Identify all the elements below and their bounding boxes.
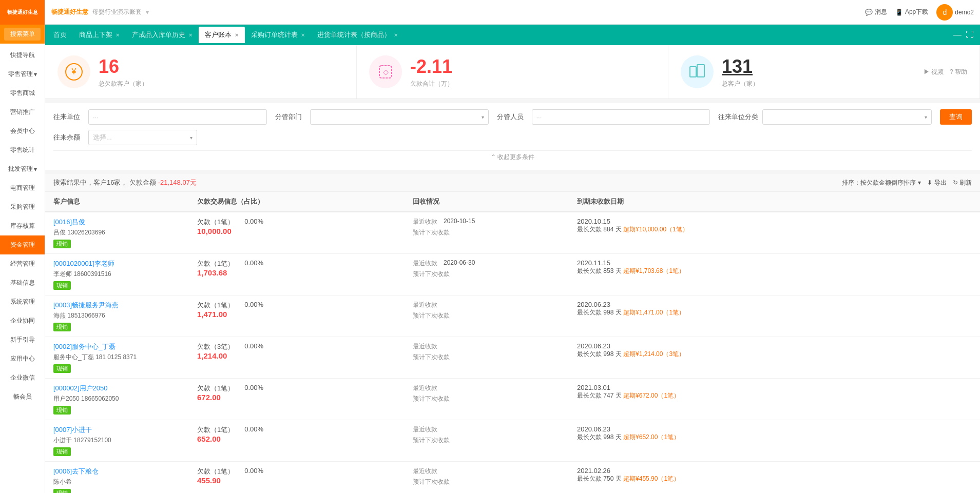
overdue-amount[interactable]: 超期¥10,000.00（1笔）	[623, 226, 688, 233]
sidebar-item-member[interactable]: 会员中心	[0, 122, 45, 141]
filter-person-label: 分管人员	[497, 112, 528, 122]
tab-home[interactable]: 首页	[47, 27, 73, 43]
customer-phone: 用户2050 18665062050	[53, 395, 197, 403]
tabs-collapse-btn[interactable]: —	[953, 30, 962, 40]
overdue-days: 最长欠款 998 天	[577, 309, 622, 316]
sidebar-item-marketing[interactable]: 营销推广	[0, 103, 45, 122]
tab-close-icon[interactable]: ✕	[301, 32, 305, 38]
filter-source-unit: 往来单位 ···	[53, 109, 267, 125]
filter-unit-category-select[interactable]: ▾	[762, 109, 932, 125]
refresh-icon: ↻	[953, 179, 958, 186]
debt-total-value: -2.11	[410, 56, 453, 77]
filter-source-unit-input[interactable]: ···	[88, 109, 267, 125]
tab-close-icon[interactable]: ✕	[188, 32, 193, 38]
debt-amount[interactable]: 10,000.00	[197, 227, 234, 235]
customer-name-link[interactable]: [0016]吕俊	[53, 218, 197, 227]
overdue-amount[interactable]: 超期¥652.00（1笔）	[623, 433, 680, 441]
sidebar-item-retail-mgmt[interactable]: 零售管理 ▾	[0, 65, 45, 84]
customer-tag: 现销	[53, 281, 71, 290]
customer-name-link[interactable]: [000002]用户2050	[53, 384, 197, 393]
overdue-days: 最长欠款 884 天	[577, 226, 622, 233]
debt-customers-icon: ¥	[57, 55, 90, 88]
tab-stock-history[interactable]: 产成品入库单历史 ✕	[126, 27, 199, 43]
customer-name-link[interactable]: [0002]服务中心_丁磊	[53, 342, 197, 351]
filter-balance-select[interactable]: 选择... ▾	[88, 130, 197, 145]
debt-amount[interactable]: 1,214.00	[197, 351, 234, 360]
sidebar-item-finance[interactable]: 资金管理	[0, 235, 45, 254]
sidebar-item-system[interactable]: 系统管理	[0, 292, 45, 311]
customer-name-link[interactable]: [0003]畅捷服务尹海燕	[53, 301, 197, 310]
message-btn[interactable]: 💬 消息	[865, 8, 887, 16]
sidebar-item-retail-stat[interactable]: 零售统计	[0, 141, 45, 160]
chevron-down-icon[interactable]: ▾	[146, 9, 149, 16]
sidebar-item-inventory[interactable]: 库存核算	[0, 216, 45, 235]
filter-dept-select[interactable]: ▾	[310, 109, 489, 125]
sidebar-item-collab[interactable]: 企业协同	[0, 311, 45, 330]
sidebar-item-operations[interactable]: 经营管理	[0, 254, 45, 273]
debt-amount[interactable]: 652.00	[197, 435, 234, 443]
tab-purchase-stat[interactable]: 采购订单统计表 ✕	[245, 27, 311, 43]
tab-purchase-stat-label: 采购订单统计表	[251, 30, 298, 40]
overdue-amount[interactable]: 超期¥1,214.00（3笔）	[623, 350, 685, 358]
sidebar-nav: 快捷导航 零售管理 ▾ 零售商城 营销推广 会员中心 零售统计 批发管理 ▾	[0, 44, 45, 408]
debt-amount[interactable]: 1,471.00	[197, 310, 234, 319]
debt-percent: 0.00%	[244, 301, 263, 308]
search-menu-label[interactable]: 搜索菜单	[4, 28, 41, 41]
customer-phone: 海燕 18513066976	[53, 311, 197, 320]
tab-product-list[interactable]: 商品上下架 ✕	[73, 27, 126, 43]
customer-name-link[interactable]: [0001020001]李老师	[53, 259, 197, 268]
sidebar-item-label: 畅会员	[2, 392, 43, 401]
username: demo2	[955, 9, 974, 16]
debt-amount[interactable]: 455.90	[197, 476, 234, 485]
help-btn[interactable]: ? 帮助	[950, 68, 967, 76]
sort-select[interactable]: 排序：按欠款金额倒序排序 ▾	[842, 179, 921, 187]
filter-row-2: 往来余额 选择... ▾	[53, 130, 972, 145]
sidebar-item-quick-nav[interactable]: 快捷导航	[0, 46, 45, 65]
sidebar-search-btn[interactable]: 搜索菜单	[0, 25, 45, 44]
sidebar-item-retail-store[interactable]: 零售商城	[0, 84, 45, 103]
tabs-expand-btn[interactable]: ⛶	[966, 30, 974, 40]
logo: 畅捷通好生意	[0, 0, 45, 25]
recovery-row: 预计下次收款	[413, 436, 577, 445]
sidebar-item-wechat[interactable]: 企业微信	[0, 368, 45, 387]
filter-person-input[interactable]: ···	[532, 109, 710, 125]
sidebar-item-vip[interactable]: 畅会员	[0, 387, 45, 406]
user-menu[interactable]: d demo2	[936, 4, 974, 21]
app-download-btn[interactable]: 📱 App下载	[895, 8, 928, 16]
filter-unit-category-label: 往来单位分类	[718, 112, 758, 122]
sidebar-item-apps[interactable]: 应用中心	[0, 349, 45, 368]
sidebar-item-guide[interactable]: 新手引导	[0, 330, 45, 349]
filter-collapse-btn[interactable]: ⌃ 收起更多条件	[53, 150, 972, 164]
refresh-btn[interactable]: ↻ 刷新	[953, 179, 972, 187]
due-date: 2020.06.23	[577, 342, 972, 350]
message-label: 消息	[875, 8, 887, 16]
tab-close-icon[interactable]: ✕	[116, 32, 120, 38]
overdue-amount[interactable]: 超期¥455.90（1笔）	[623, 475, 680, 482]
tab-home-label: 首页	[53, 30, 67, 40]
debt-amount[interactable]: 672.00	[197, 393, 234, 402]
customer-name-link[interactable]: [0007]小进干	[53, 425, 197, 435]
due-date: 2020.06.23	[577, 425, 972, 433]
tab-customer-account[interactable]: 客户账本 ✕	[199, 27, 245, 43]
overdue-amount[interactable]: 超期¥1,703.68（1笔）	[623, 267, 685, 274]
tab-stock-stat[interactable]: 进货单统计表（按商品） ✕	[311, 27, 404, 43]
sidebar-item-label: 营销推广	[2, 108, 43, 116]
results-info: 搜索结果中，客户16家， 欠款金额 -21,148.07元	[53, 178, 197, 187]
sidebar-item-purchase[interactable]: 采购管理	[0, 198, 45, 216]
overdue-amount[interactable]: 超期¥1,471.00（1笔）	[623, 309, 685, 316]
customer-name-link[interactable]: [0006]去下粮仓	[53, 467, 197, 476]
refresh-label: 刷新	[959, 179, 972, 186]
sidebar-item-label: 会员中心	[2, 127, 43, 135]
debt-block: 欠款（1笔） 455.90	[197, 467, 234, 485]
sidebar-item-wholesale[interactable]: 批发管理 ▾	[0, 160, 45, 179]
sidebar-item-ecommerce[interactable]: 电商管理	[0, 179, 45, 198]
export-btn[interactable]: ⬇ 导出	[927, 179, 946, 187]
debt-amount[interactable]: 1,703.68	[197, 268, 234, 277]
video-btn[interactable]: ▶ 视频	[924, 68, 944, 76]
search-button[interactable]: 查询	[940, 109, 972, 125]
sidebar-item-basic-info[interactable]: 基础信息	[0, 273, 45, 292]
tab-close-icon[interactable]: ✕	[235, 32, 239, 38]
tab-close-icon[interactable]: ✕	[394, 32, 398, 38]
overdue-amount[interactable]: 超期¥672.00（1笔）	[623, 392, 680, 399]
overdue-days: 最长欠款 853 天	[577, 267, 622, 274]
